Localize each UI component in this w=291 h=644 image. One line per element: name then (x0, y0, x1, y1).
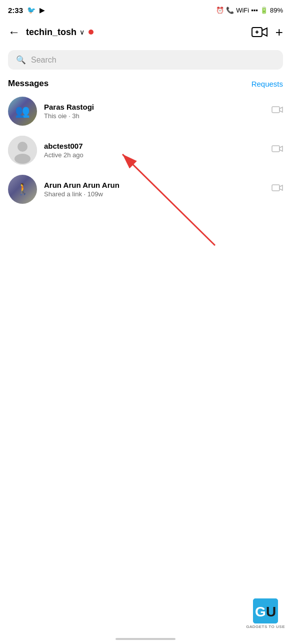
header: ← techin_tosh ∨ + (0, 18, 291, 46)
requests-link[interactable]: Requests (252, 80, 283, 88)
svg-marker-10 (280, 146, 282, 151)
wifi-icon: WiFi (236, 7, 249, 14)
avatar (8, 175, 37, 204)
camera-icon[interactable] (271, 104, 283, 119)
avatar (8, 97, 37, 126)
contact-name: Paras Rastogi (44, 103, 264, 111)
contact-name: abctest007 (44, 142, 264, 150)
twitter-icon: 🐦 (27, 6, 36, 14)
list-item[interactable]: Paras Rastogi This oie · 3h (8, 92, 283, 131)
active-dot (88, 30, 94, 35)
header-title-row: techin_tosh ∨ (26, 27, 252, 38)
back-button[interactable]: ← (8, 25, 20, 39)
message-info: abctest007 Active 2h ago (44, 142, 264, 159)
alarm-icon: ⏰ (216, 7, 224, 14)
search-icon: 🔍 (16, 55, 26, 65)
message-info: Arun Arun Arun Arun Shared a link · 109w (44, 181, 264, 198)
svg-marker-1 (262, 28, 267, 36)
phone-icon: 📞 (226, 7, 234, 14)
svg-text:U: U (266, 604, 276, 619)
watermark-logo: G U (253, 598, 278, 623)
status-bar: 2:33 🐦 ▶ ⏰ 📞 WiFi ▪▪▪ 🔋 89% (0, 0, 291, 18)
svg-point-8 (14, 154, 30, 164)
svg-rect-11 (272, 185, 280, 191)
youtube-icon: ▶ (40, 6, 45, 14)
svg-point-7 (18, 142, 28, 152)
battery-percent: 89% (270, 7, 283, 14)
svg-rect-9 (272, 146, 280, 152)
header-actions: + (252, 25, 283, 40)
add-button[interactable]: + (276, 25, 283, 40)
message-preview: Active 2h ago (44, 151, 264, 159)
status-time: 2:33 (8, 6, 23, 15)
svg-text:G: G (255, 604, 266, 619)
avatar-placeholder (8, 136, 37, 165)
username-title: techin_tosh (26, 27, 76, 38)
message-list: Paras Rastogi This oie · 3h abctest007 A… (0, 92, 291, 209)
home-indicator (116, 638, 176, 640)
watermark: G U GADGETS TO USE (246, 598, 285, 629)
new-video-button[interactable] (252, 26, 268, 38)
svg-marker-5 (280, 107, 282, 112)
search-placeholder: Search (31, 56, 56, 65)
list-item[interactable]: abctest007 Active 2h ago (8, 131, 283, 170)
message-preview: This oie · 3h (44, 112, 264, 120)
message-info: Paras Rastogi This oie · 3h (44, 103, 264, 120)
camera-icon[interactable] (271, 182, 283, 197)
list-item[interactable]: Arun Arun Arun Arun Shared a link · 109w (8, 170, 283, 209)
svg-rect-4 (272, 107, 280, 113)
search-container: 🔍 Search (0, 46, 291, 74)
contact-name: Arun Arun Arun Arun (44, 181, 264, 189)
watermark-tagline: GADGETS TO USE (246, 624, 285, 629)
battery-icon: 🔋 (260, 7, 268, 14)
camera-icon[interactable] (271, 143, 283, 158)
message-preview: Shared a link · 109w (44, 190, 264, 198)
chevron-down-icon[interactable]: ∨ (80, 28, 84, 36)
signal-icon: ▪▪▪ (251, 7, 258, 14)
svg-marker-12 (280, 185, 282, 190)
status-icons-right: ⏰ 📞 WiFi ▪▪▪ 🔋 89% (216, 7, 283, 14)
search-bar[interactable]: 🔍 Search (8, 50, 283, 70)
messages-section-title: Messages (8, 79, 48, 89)
section-header: Messages Requests (0, 74, 291, 92)
